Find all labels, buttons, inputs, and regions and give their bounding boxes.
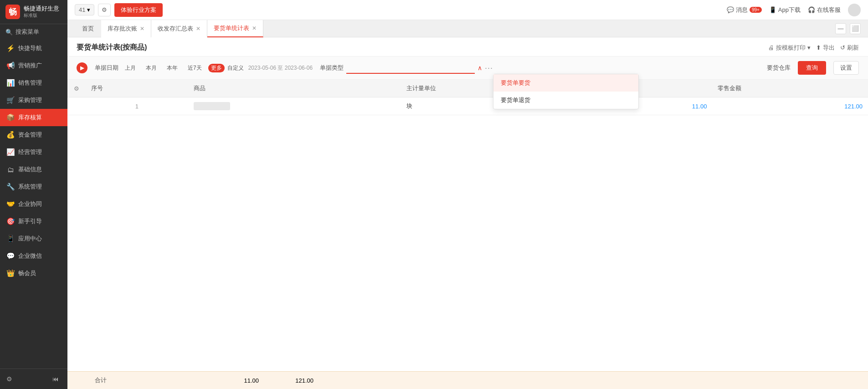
shortcut-this-month[interactable]: 本月 <box>142 63 160 73</box>
table-footer: 合计 11.00 121.00 <box>67 371 868 389</box>
export-icon: ⬆ <box>816 44 821 51</box>
setting-button[interactable]: 设置 <box>833 61 859 75</box>
sidebar-item-guide[interactable]: 🎯新手引导 <box>0 213 67 230</box>
export-btn[interactable]: ⬆ 导出 <box>816 44 835 52</box>
shortcut-more[interactable]: 更多 <box>208 64 225 72</box>
tab-order-stats[interactable]: 要货单统计表 ✕ <box>207 20 263 37</box>
date-filter-group: 单据日期 上月 本月 本年 近7天 更多 自定义 2023-05-06 至 20… <box>95 63 313 73</box>
sidebar: 畅 畅捷通好生意 标准版 🔍 搜索菜单 ⚡快捷导航📢营销推广📊销售管理🛒采购管理… <box>0 0 67 389</box>
guide-icon: 🎯 <box>6 217 15 225</box>
cell-amount[interactable]: 121.00 <box>712 97 868 115</box>
th-settings[interactable]: ⚙ <box>67 80 86 97</box>
gear-icon: ⚙ <box>102 6 107 13</box>
sidebar-item-inventory[interactable]: 📦库存核算 <box>0 109 67 126</box>
page-header: 要货单统计表(按商品) 🖨 按模板打印 ▾ ⬆ 导出 ↺ 刷新 <box>67 37 868 56</box>
sidebar-item-operations[interactable]: 📈经营管理 <box>0 143 67 161</box>
tabbar-actions: — ⬜ <box>835 23 861 34</box>
th-num: 序号 <box>86 80 188 97</box>
sidebar-nav: ⚡快捷导航📢营销推广📊销售管理🛒采购管理📦库存核算💰资金管理📈经营管理🗂基础信息… <box>0 40 67 369</box>
sidebar-item-finance[interactable]: 💰资金管理 <box>0 126 67 143</box>
logo-area: 畅 畅捷通好生意 标准版 <box>0 0 67 24</box>
sidebar-item-appstore[interactable]: 📱应用中心 <box>0 230 67 247</box>
tab-max-btn[interactable]: ⬜ <box>850 23 861 34</box>
refresh-btn[interactable]: ↺ 刷新 <box>840 44 859 52</box>
sidebar-item-wechat[interactable]: 💬企业微信 <box>0 247 67 265</box>
tab-close-order-stats[interactable]: ✕ <box>252 25 257 31</box>
sidebar-item-basic[interactable]: 🗂基础信息 <box>0 161 67 178</box>
print-icon: 🖨 <box>768 44 774 51</box>
tab-summary[interactable]: 收发存汇总表 ✕ <box>151 20 207 37</box>
print-btn[interactable]: 🖨 按模板打印 ▾ <box>768 44 811 52</box>
sidebar-item-marketing[interactable]: 📢营销推广 <box>0 57 67 74</box>
tab-close-batch[interactable]: ✕ <box>140 26 144 32</box>
tab-batch[interactable]: 库存批次账 ✕ <box>101 20 151 37</box>
main-area: 41 ▾ ⚙ 体验行业方案 💬 消息 99+ 📱 App下载 🎧 在线客服 <box>67 0 868 389</box>
quick-nav-icon: ⚡ <box>6 44 15 52</box>
shortcut-this-year[interactable]: 本年 <box>163 63 181 73</box>
store-selector[interactable]: 41 ▾ <box>75 4 94 15</box>
sidebar-item-system[interactable]: 🔧系统管理 <box>0 178 67 195</box>
shortcut-7days[interactable]: 近7天 <box>184 63 205 73</box>
sidebar-item-enterprise[interactable]: 🤝企业协同 <box>0 195 67 213</box>
footer-amount: 121.00 <box>264 377 319 384</box>
topbar-left: 41 ▾ ⚙ 体验行业方案 <box>75 3 721 17</box>
sidebar-item-quick-nav[interactable]: ⚡快捷导航 <box>0 40 67 57</box>
type-dropdown: 要货单要货 要货单退货 <box>493 74 639 109</box>
trial-button[interactable]: 体验行业方案 <box>114 3 163 17</box>
phone-icon: 📱 <box>769 6 776 13</box>
chevron-down-icon: ▾ <box>87 6 90 13</box>
messages-btn[interactable]: 💬 消息 99+ <box>727 6 762 14</box>
headset-icon: 🎧 <box>808 6 815 13</box>
operations-icon: 📈 <box>6 148 15 156</box>
user-avatar[interactable] <box>848 4 861 16</box>
tab-close-summary[interactable]: ✕ <box>196 26 200 32</box>
content-area: 要货单统计表(按商品) 🖨 按模板打印 ▾ ⬆ 导出 ↺ 刷新 ▶ <box>67 37 868 389</box>
th-amount: 零售金额 <box>712 80 868 97</box>
type-input[interactable] <box>346 62 475 74</box>
search-icon: 🔍 <box>5 29 13 36</box>
table-header-row: ⚙ 序号 商品 主计量单位 主数量 零售金额 <box>67 80 868 97</box>
purchase-icon: 🛒 <box>6 96 15 104</box>
app-download-btn[interactable]: 📱 App下载 <box>769 6 801 14</box>
sidebar-item-purchase[interactable]: 🛒采购管理 <box>0 92 67 109</box>
table-row: 1 ████████ 块 11.00 121.00 <box>67 97 868 115</box>
th-product: 商品 <box>188 80 401 97</box>
logo-icon: 畅 <box>5 5 20 19</box>
topbar-gear-btn[interactable]: ⚙ <box>98 4 111 16</box>
type-more-btn[interactable]: ··· <box>485 63 493 73</box>
enterprise-icon: 🤝 <box>6 200 15 208</box>
topbar-right: 💬 消息 99+ 📱 App下载 🎧 在线客服 <box>727 4 861 16</box>
system-icon: 🔧 <box>6 183 15 191</box>
warehouse-label: 要货仓库 <box>767 64 791 72</box>
appstore-icon: 📱 <box>6 235 15 243</box>
shortcut-prev-month[interactable]: 上月 <box>121 63 139 73</box>
type-dropdown-arrow[interactable]: ∧ <box>478 64 482 72</box>
page-title: 要货单统计表(按商品) <box>77 43 147 52</box>
column-settings-icon[interactable]: ⚙ <box>74 85 79 92</box>
tab-min-btn[interactable]: — <box>835 23 846 34</box>
dropdown-item-0[interactable]: 要货单要货 <box>493 74 638 92</box>
online-service-btn[interactable]: 🎧 在线客服 <box>808 6 841 14</box>
sidebar-item-sales[interactable]: 📊销售管理 <box>0 74 67 92</box>
filter-expand-btn[interactable]: ▶ <box>77 62 87 73</box>
cell-num: 1 <box>86 97 188 115</box>
dropdown-item-1[interactable]: 要货单退货 <box>493 92 638 109</box>
sidebar-item-member[interactable]: 👑畅会员 <box>0 265 67 282</box>
marketing-icon: 📢 <box>6 61 15 70</box>
settings-footer-btn[interactable]: ⚙ <box>6 375 12 383</box>
type-filter-group: 单据类型 ∧ ··· 要货单要货 要货单退货 <box>320 62 493 74</box>
message-icon: 💬 <box>727 6 734 13</box>
cell-settings <box>67 97 86 115</box>
refresh-icon: ↺ <box>840 44 845 51</box>
collapse-btn[interactable]: ⏮ <box>50 374 61 384</box>
shortcut-custom[interactable]: 自定义 <box>227 64 244 72</box>
date-range-display: 2023-05-06 至 2023-06-06 <box>248 64 313 72</box>
type-label: 单据类型 <box>320 64 344 72</box>
tab-home[interactable]: 首页 <box>75 20 101 37</box>
sidebar-search[interactable]: 🔍 搜索菜单 <box>0 24 67 40</box>
topbar: 41 ▾ ⚙ 体验行业方案 💬 消息 99+ 📱 App下载 🎧 在线客服 <box>67 0 868 20</box>
footer-quantity: 11.00 <box>210 377 264 384</box>
inventory-icon: 📦 <box>6 113 15 122</box>
sales-icon: 📊 <box>6 79 15 87</box>
query-button[interactable]: 查询 <box>798 61 826 75</box>
